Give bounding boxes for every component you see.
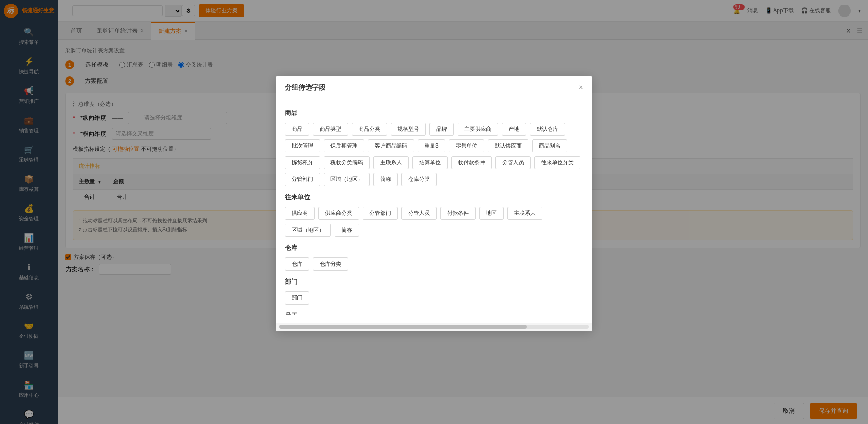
modal-overlay: 分组待选字段 × 商品商品商品类型商品分类规格型号品牌主要供应商产地默认仓库批次… xyxy=(0,0,868,424)
field-chip-0-21[interactable]: 往来单位分类 xyxy=(534,156,580,169)
field-chip-0-3[interactable]: 规格型号 xyxy=(391,123,426,136)
field-chip-0-19[interactable]: 收付款条件 xyxy=(451,156,492,169)
field-chip-0-16[interactable]: 税收分类编码 xyxy=(324,156,370,169)
field-chip-0-24[interactable]: 简称 xyxy=(373,173,398,186)
section-title-1: 往来单位 xyxy=(285,193,583,201)
field-chip-0-6[interactable]: 产地 xyxy=(502,123,526,136)
field-chip-1-5[interactable]: 地区 xyxy=(479,207,504,220)
field-chip-0-23[interactable]: 区域（地区） xyxy=(324,173,370,186)
field-chip-2-1[interactable]: 仓库分类 xyxy=(313,257,348,271)
modal-title: 分组待选字段 xyxy=(285,83,326,92)
field-chip-0-7[interactable]: 默认仓库 xyxy=(530,123,565,136)
field-chip-0-10[interactable]: 客户商品编码 xyxy=(368,139,414,152)
field-group-3: 部门 xyxy=(285,291,583,305)
field-select-modal: 分组待选字段 × 商品商品商品类型商品分类规格型号品牌主要供应商产地默认仓库批次… xyxy=(276,76,592,331)
field-chip-0-2[interactable]: 商品分类 xyxy=(352,123,387,136)
field-chip-0-13[interactable]: 默认供应商 xyxy=(488,139,528,152)
field-chip-1-3[interactable]: 分管人员 xyxy=(401,207,437,220)
modal-header: 分组待选字段 × xyxy=(276,76,592,100)
field-chip-0-5[interactable]: 主要供应商 xyxy=(458,123,498,136)
section-title-3: 部门 xyxy=(285,278,583,286)
field-chip-1-0[interactable]: 供应商 xyxy=(285,207,315,220)
field-group-0: 商品商品类型商品分类规格型号品牌主要供应商产地默认仓库批次管理保质期管理客户商品… xyxy=(285,123,583,186)
field-chip-0-22[interactable]: 分管部门 xyxy=(285,173,320,186)
field-chip-0-25[interactable]: 仓库分类 xyxy=(401,173,437,186)
field-chip-2-0[interactable]: 仓库 xyxy=(285,257,309,271)
field-chip-0-12[interactable]: 零售单位 xyxy=(449,139,484,152)
field-chip-0-18[interactable]: 结算单位 xyxy=(412,156,448,169)
section-title-4: 员工 xyxy=(285,312,583,315)
field-group-1: 供应商供应商分类分管部门分管人员付款条件地区主联系人区域（地区）简称 xyxy=(285,207,583,237)
field-chip-1-1[interactable]: 供应商分类 xyxy=(318,207,359,220)
field-chip-1-8[interactable]: 简称 xyxy=(335,224,359,237)
modal-hscrollbar[interactable] xyxy=(276,323,592,331)
field-chip-1-2[interactable]: 分管部门 xyxy=(363,207,398,220)
modal-close-button[interactable]: × xyxy=(578,83,583,92)
field-chip-0-15[interactable]: 拣货积分 xyxy=(285,156,320,169)
field-chip-0-14[interactable]: 商品别名 xyxy=(532,139,567,152)
modal-body: 商品商品商品类型商品分类规格型号品牌主要供应商产地默认仓库批次管理保质期管理客户… xyxy=(276,100,592,323)
field-chip-0-0[interactable]: 商品 xyxy=(285,123,309,136)
field-chip-1-7[interactable]: 区域（地区） xyxy=(285,224,331,237)
field-chip-0-11[interactable]: 重量3 xyxy=(418,139,445,152)
section-title-0: 商品 xyxy=(285,109,583,117)
modal-scroll: 商品商品商品类型商品分类规格型号品牌主要供应商产地默认仓库批次管理保质期管理客户… xyxy=(285,107,583,315)
field-chip-0-20[interactable]: 分管人员 xyxy=(495,156,531,169)
field-chip-1-4[interactable]: 付款条件 xyxy=(440,207,476,220)
section-title-2: 仓库 xyxy=(285,244,583,252)
field-group-2: 仓库仓库分类 xyxy=(285,257,583,271)
field-chip-3-0[interactable]: 部门 xyxy=(285,291,309,305)
field-chip-0-4[interactable]: 品牌 xyxy=(429,123,454,136)
field-chip-1-6[interactable]: 主联系人 xyxy=(507,207,542,220)
field-chip-0-9[interactable]: 保质期管理 xyxy=(324,139,364,152)
field-chip-0-8[interactable]: 批次管理 xyxy=(285,139,320,152)
field-chip-0-17[interactable]: 主联系人 xyxy=(373,156,409,169)
field-chip-0-1[interactable]: 商品类型 xyxy=(313,123,348,136)
